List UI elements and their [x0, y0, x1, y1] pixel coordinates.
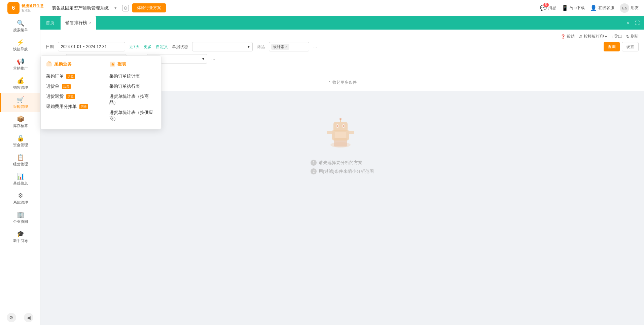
app-download-label: App下载	[570, 5, 585, 11]
sidebar-item-label: 搜索菜单	[13, 28, 28, 33]
print-btn[interactable]: 🖨 按模板打印 ▾	[579, 34, 607, 39]
sidebar-item-inventory[interactable]: 📦 库存核算	[0, 112, 40, 131]
tab-bar: 首页 销售排行榜 × × ⛶	[40, 16, 644, 30]
sidebar-item-marketing[interactable]: 📢 营销推广	[0, 54, 40, 74]
menu-item-label: 采购订单统计表	[109, 73, 140, 79]
report-section-label: 报表	[117, 61, 126, 67]
sidebar-item-finance[interactable]: 🔒 资金管理	[0, 131, 40, 150]
sidebar-item-label: 营销推广	[13, 66, 28, 71]
top-settings-btn[interactable]: ⚙	[122, 5, 129, 11]
system-name: 装备及固定资产辅助管理系统	[52, 5, 109, 11]
tab-home[interactable]: 首页	[40, 16, 60, 30]
doc-status-chevron: ▾	[248, 44, 250, 49]
system-dropdown-btn[interactable]: ▾	[112, 5, 119, 11]
purchase-expense-badge: 历史	[79, 104, 88, 109]
marketing-icon: 📢	[17, 58, 24, 65]
sidebar-item-purchase[interactable]: 🛒 采购管理	[0, 93, 40, 112]
sidebar-item-quick-nav[interactable]: ⚡ 快捷导航	[0, 35, 40, 54]
purchase-dropdown-menu: 采购业务 采购订单 历史 进货单 历史 进货退货 历史 采购费用分摊单 历史	[40, 55, 162, 129]
date-custom-btn[interactable]: 自定义	[156, 44, 168, 50]
sidebar-item-search[interactable]: 🔍 搜索菜单	[0, 16, 40, 35]
menu-item-label: 采购费用分摊单	[46, 104, 77, 110]
purchase-icon: 🛒	[17, 96, 24, 104]
svg-rect-4	[333, 122, 348, 131]
menu-item-purchase-order[interactable]: 采购订单 历史	[46, 71, 93, 81]
doc-status-select[interactable]: ▾	[192, 42, 253, 51]
sidebar-item-newbie[interactable]: 🎓 新手引导	[0, 227, 40, 246]
export-btn[interactable]: ↑ 导出	[611, 34, 622, 39]
menu-item-inbound-stats-goods[interactable]: 进货单统计表（按商品）	[109, 91, 156, 108]
online-service-btn[interactable]: 👤 在线客服	[590, 5, 614, 11]
messages-btn[interactable]: 💬 5 消息	[540, 5, 556, 11]
search-icon: 🔍	[17, 19, 24, 27]
salesperson-chevron: ▾	[202, 56, 204, 61]
filter-row1-more[interactable]: ···	[313, 44, 317, 49]
app-name: 畅捷通好生意	[22, 3, 44, 8]
sidebar-item-label: 系统管理	[13, 200, 28, 205]
menu-item-label: 进货退货	[46, 93, 64, 99]
avatar: Ea	[620, 3, 629, 13]
menu-item-inbound-return[interactable]: 进货退货 历史	[46, 91, 93, 101]
date-more-btn[interactable]: 更多	[144, 44, 152, 50]
messages-badge: 5	[543, 3, 549, 7]
menu-item-inbound-stats-supplier[interactable]: 进货单统计表（按供应商）	[109, 108, 156, 124]
sidebar-item-label: 基础信息	[13, 181, 28, 186]
purchase-section: 采购业务 采购订单 历史 进货单 历史 进货退货 历史 采购费用分摊单 历史	[46, 61, 93, 124]
goods-label: 商品	[257, 44, 265, 50]
newbie-icon: 🎓	[17, 230, 24, 238]
svg-rect-3	[335, 132, 346, 138]
industry-btn[interactable]: 体验行业方案	[132, 3, 166, 12]
date-label: 日期	[46, 44, 54, 50]
sidebar-item-system[interactable]: ⚙ 系统管理	[0, 189, 40, 208]
sidebar-item-operations[interactable]: 📋 经营管理	[0, 150, 40, 169]
menu-item-label: 采购订单执行表	[109, 83, 140, 89]
menu-item-purchase-order-exec[interactable]: 采购订单执行表	[109, 81, 156, 91]
sidebar-nav: 🔍 搜索菜单 ⚡ 快捷导航 📢 营销推广 💰 销售管理 🛒 采购管理	[0, 16, 40, 310]
menu-item-purchase-expense[interactable]: 采购费用分摊单 历史	[46, 101, 93, 112]
menu-item-label: 采购订单	[46, 73, 64, 79]
menu-item-purchase-order-stats[interactable]: 采购订单统计表	[109, 71, 156, 81]
sidebar-item-label: 销售管理	[13, 85, 28, 90]
sidebar-item-basic-info[interactable]: 📊 基础信息	[0, 169, 40, 189]
filter-row2-more[interactable]: ···	[211, 56, 215, 62]
purchase-section-title: 采购业务	[46, 61, 93, 67]
sidebar-settings-btn[interactable]: ⚙	[7, 313, 16, 322]
logo-area[interactable]: 6 畅捷通好生意 标准版	[5, 0, 46, 16]
goods-input[interactable]: 设计素 ×	[269, 42, 309, 51]
goods-tag-close[interactable]: ×	[285, 45, 287, 49]
online-service-label: 在线客服	[598, 5, 614, 11]
collapse-btn[interactable]: ⌃ 收起更多条件	[326, 78, 358, 87]
sidebar-item-sales[interactable]: 💰 销售管理	[0, 74, 40, 93]
top-bar-left: 6 畅捷通好生意 标准版 装备及固定资产辅助管理系统 ▾ ⚙ 体验行业方案	[5, 0, 540, 16]
help-btn[interactable]: ❓ 帮助	[561, 34, 575, 39]
app-download-btn[interactable]: 📱 App下载	[562, 5, 585, 11]
tab-close-all-btn[interactable]: ×	[624, 19, 632, 27]
refresh-btn[interactable]: ↻ 刷新	[626, 34, 639, 39]
date-7days-btn[interactable]: 近7天	[129, 44, 140, 50]
svg-rect-12	[349, 131, 354, 134]
tab-sales-ranking[interactable]: 销售排行榜 ×	[61, 16, 96, 30]
operations-icon: 📋	[17, 154, 24, 161]
svg-rect-13	[47, 63, 52, 67]
goods-tag: 设计素 ×	[271, 44, 289, 50]
query-btn[interactable]: 查询	[604, 42, 620, 51]
top-bar: 6 畅捷通好生意 标准版 装备及固定资产辅助管理系统 ▾ ⚙ 体验行业方案 💬 …	[0, 0, 644, 16]
sidebar-bottom: ⚙ ◀	[0, 310, 40, 325]
tab-maximize-btn[interactable]: ⛶	[633, 19, 641, 27]
sidebar: 🔍 搜索菜单 ⚡ 快捷导航 📢 营销推广 💰 销售管理 🛒 采购管理	[0, 16, 40, 325]
system-icon: ⚙	[18, 192, 23, 199]
collapse-icon: ⌃	[328, 80, 331, 85]
filter-toolbar: ❓ 帮助 🖨 按模板打印 ▾ ↑ 导出 ↻ 刷新	[46, 34, 639, 39]
user-btn[interactable]: Ea 用友	[620, 3, 639, 13]
menu-item-inbound[interactable]: 进货单 历史	[46, 81, 93, 91]
action-btns: 查询 设置	[604, 42, 639, 51]
svg-rect-11	[327, 131, 332, 134]
sidebar-item-enterprise[interactable]: 🏢 企业协同	[0, 208, 40, 227]
date-input[interactable]: 2024-01-01 ~ 2024-12-31	[58, 42, 125, 51]
tab-close-btn[interactable]: ×	[89, 21, 92, 25]
sidebar-collapse-btn[interactable]: ◀	[24, 313, 33, 322]
settings-btn[interactable]: 设置	[622, 42, 639, 51]
enterprise-icon: 🏢	[17, 211, 24, 218]
lightning-icon: ⚡	[17, 39, 24, 46]
purchase-order-badge: 历史	[66, 74, 75, 79]
